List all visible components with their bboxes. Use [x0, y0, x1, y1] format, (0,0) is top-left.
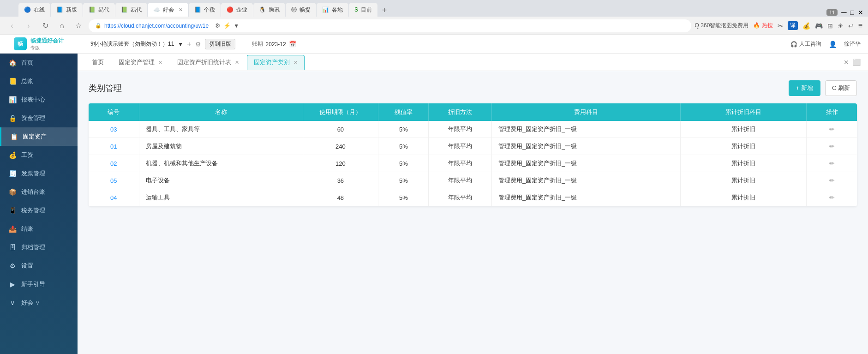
sidebar-item-payroll[interactable]: 💰 工资 — [0, 146, 78, 164]
category-table: 编号 名称 使用期限（月） 残值率 折旧方法 费用科目 累计折旧科目 操作 03 — [89, 103, 857, 206]
row-code[interactable]: 04 — [89, 189, 139, 206]
home-button[interactable]: ⌂ — [55, 19, 68, 32]
edit-icon[interactable]: ✏ — [829, 160, 835, 167]
dropdown-arrow-icon[interactable]: ▼ — [233, 23, 239, 29]
edit-icon[interactable]: ✏ — [829, 194, 835, 201]
sidebar-item-ledger[interactable]: 📒 总账 — [0, 72, 78, 90]
new-tab-button[interactable]: + — [378, 4, 391, 17]
url-bar[interactable]: 🔒 https://cloud.chanjet.com/accounting/u… — [89, 19, 691, 32]
home-icon: 🏠 — [8, 59, 17, 67]
row-name: 房屋及建筑物 — [139, 138, 303, 155]
account-dropdown-icon[interactable]: ▼ — [178, 41, 183, 48]
edit-icon[interactable]: ✏ — [829, 177, 835, 184]
more-icon: ∨ — [8, 299, 17, 307]
undo-icon[interactable]: ↩ — [848, 22, 854, 30]
row-action: ✏ — [807, 189, 857, 206]
browser-tab-gedi[interactable]: 📊 各地 — [317, 3, 348, 17]
tab-fixed-asset-mgmt[interactable]: 固定资产管理 ✕ — [112, 55, 169, 70]
close-window-button[interactable]: ✕ — [858, 9, 863, 16]
forward-button[interactable]: › — [22, 19, 35, 32]
browser-tab-changte[interactable]: Ⓜ 畅提 — [286, 3, 316, 17]
sidebar-item-home[interactable]: 🏠 首页 — [0, 54, 78, 72]
switch-version-button[interactable]: 切到旧版 — [205, 39, 235, 49]
sidebar: 🏠 首页 📒 总账 📊 报表中心 🔒 资金管理 📋 固定资产 — [0, 54, 78, 354]
headset-icon: 🎧 — [790, 41, 797, 48]
close-fixed-asset-mgmt-tab[interactable]: ✕ — [158, 60, 162, 66]
row-name: 电子设备 — [139, 172, 303, 189]
tab-home[interactable]: 首页 — [85, 55, 111, 70]
game-icon[interactable]: 🎮 — [815, 22, 823, 30]
browser-tab-yidai2[interactable]: 📗 易代 — [115, 3, 147, 17]
calendar-icon[interactable]: 📅 — [289, 41, 296, 48]
menu-icon[interactable]: ≡ — [858, 22, 862, 30]
col-expense: 费用科目 — [491, 103, 680, 121]
browser-tab-yidai1[interactable]: 📗 易代 — [83, 3, 115, 17]
row-accum: 累计折旧 — [681, 155, 807, 172]
add-account-button[interactable]: + — [187, 40, 191, 48]
account-settings-icon[interactable]: ⚙ — [195, 41, 201, 48]
col-method: 折旧方法 — [429, 103, 491, 121]
col-accum: 累计折旧科目 — [681, 103, 807, 121]
sidebar-item-period-end[interactable]: 📤 结账 — [0, 220, 78, 238]
sidebar-item-archive[interactable]: 🗄 归档管理 — [0, 238, 78, 257]
consult-label[interactable]: 🎧 人工咨询 — [790, 40, 821, 48]
sidebar-item-funds[interactable]: 🔒 资金管理 — [0, 109, 78, 127]
row-code[interactable]: 02 — [89, 155, 139, 172]
browser-tab-online[interactable]: 🔵 在线 — [18, 3, 50, 17]
back-button[interactable]: ‹ — [6, 19, 18, 32]
user-avatar-icon: 👤 — [829, 41, 837, 48]
browser-tab-geshuei[interactable]: 📘 个税 — [189, 3, 221, 17]
edit-icon[interactable]: ✏ — [829, 126, 835, 133]
tab-close-haohui[interactable]: ✕ — [179, 7, 183, 13]
sidebar-item-guide[interactable]: ▶ 新手引导 — [0, 275, 78, 294]
sidebar-item-fixed-assets[interactable]: 📋 固定资产 — [0, 127, 78, 146]
refresh-button[interactable]: C 刷新 — [825, 80, 857, 96]
sidebar-item-purchase-sales[interactable]: 📦 进销台账 — [0, 183, 78, 201]
collapse-tab-button[interactable]: ✕ — [844, 59, 849, 66]
close-depreciation-report-tab[interactable]: ✕ — [235, 60, 239, 66]
row-code[interactable]: 05 — [89, 172, 139, 189]
cut-icon[interactable]: ✂ — [778, 22, 783, 30]
tax-icon: 📱 — [8, 206, 17, 215]
row-name: 机器、机械和其他生产设备 — [139, 155, 303, 172]
sidebar-item-invoice[interactable]: 🧾 发票管理 — [0, 164, 78, 183]
row-expense: 管理费用_固定资产折旧_一级 — [491, 121, 680, 138]
sidebar-item-tax[interactable]: 📱 税务管理 — [0, 201, 78, 220]
sidebar-item-reports[interactable]: 📊 报表中心 — [0, 90, 78, 109]
close-asset-category-tab[interactable]: ✕ — [293, 60, 298, 66]
site-tools-icon[interactable]: ⚙ — [215, 22, 221, 29]
sidebar-nav: 🏠 首页 📒 总账 📊 报表中心 🔒 资金管理 📋 固定资产 — [0, 54, 78, 354]
edit-icon[interactable]: ✏ — [829, 143, 835, 150]
row-code[interactable]: 03 — [89, 121, 139, 138]
brightness-icon[interactable]: ☀ — [838, 22, 844, 30]
row-residual: 5% — [378, 155, 429, 172]
minimize-button[interactable]: ─ — [841, 8, 846, 17]
username: 徐泽华 — [844, 40, 861, 48]
add-button[interactable]: + 新增 — [789, 80, 820, 96]
grid-icon[interactable]: ⊞ — [827, 22, 833, 30]
restore-button[interactable]: □ — [850, 9, 854, 16]
browser-tab-enterprise[interactable]: 🔴 企业 — [221, 3, 253, 17]
row-code[interactable]: 01 — [89, 138, 139, 155]
app-header: 畅 畅捷通好会计 专版 刘小艳演示账套（勿删勿动！）11 ▼ + ⚙ 切到旧版 … — [0, 35, 868, 54]
sidebar-item-more[interactable]: ∨ 好会 ∨ — [0, 294, 78, 312]
browser-tab-muqian[interactable]: S 目前 — [349, 3, 377, 17]
account-name: 刘小艳演示账套（勿删勿动！）11 — [90, 40, 174, 48]
row-period: 240 — [303, 138, 378, 155]
col-residual: 残值率 — [378, 103, 429, 121]
browser-tab-haohui[interactable]: ☁️ 好会 ✕ — [148, 3, 188, 17]
row-action: ✏ — [807, 121, 857, 138]
page-tabs: 首页 固定资产管理 ✕ 固定资产折旧统计表 ✕ 固定资产类别 ✕ ✕ ⬜ — [78, 54, 868, 71]
row-period: 120 — [303, 155, 378, 172]
reload-button[interactable]: ↻ — [39, 19, 52, 32]
tab-depreciation-report[interactable]: 固定资产折旧统计表 ✕ — [170, 55, 246, 70]
browser-tab-tencent[interactable]: 🐧 腾讯 — [253, 3, 285, 17]
expand-tab-button[interactable]: ⬜ — [853, 59, 861, 66]
sidebar-item-settings[interactable]: ⚙ 设置 — [0, 257, 78, 275]
translate-icon[interactable]: 译 — [788, 21, 798, 30]
tab-asset-category[interactable]: 固定资产类别 ✕ — [247, 55, 305, 70]
browser-tab-new[interactable]: 📘 新版 — [51, 3, 83, 17]
bookmark-button[interactable]: ☆ — [72, 19, 85, 32]
hot-search-icon[interactable]: 🔥 热搜 — [753, 22, 772, 30]
wallet-icon[interactable]: 💰 — [802, 22, 810, 30]
